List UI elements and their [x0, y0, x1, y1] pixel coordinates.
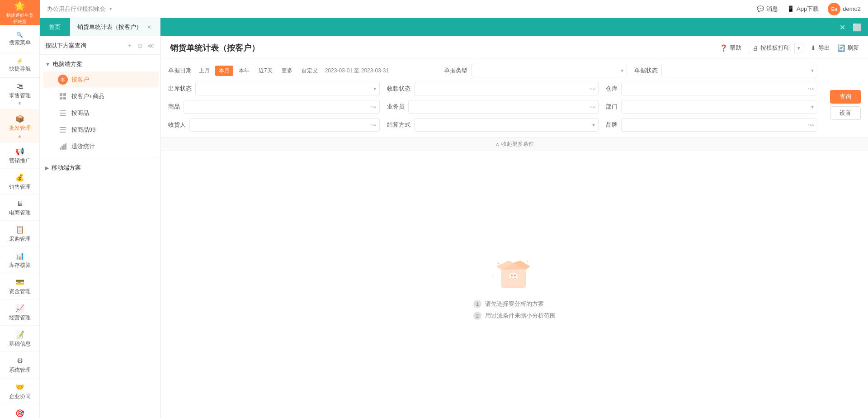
desktop-section-header[interactable]: ▼ 电脑端方案	[40, 57, 160, 71]
scheme-item-by-goods99[interactable]: 按商品99	[43, 122, 159, 138]
shipping-status-filter: 出库状态	[168, 82, 380, 95]
tab-close-all-btn[interactable]: ✕	[838, 21, 847, 33]
tab-restore-btn[interactable]: ⬜	[851, 21, 863, 33]
sidebar-item-wholesale[interactable]: 📦 批发管理 ▲	[0, 110, 39, 142]
settle-label: 结算方式	[387, 121, 410, 129]
filter-row-1: 单据日期 上月 本月 本年 近7天 更多 自定义 2023-03-01 至 20…	[168, 64, 861, 77]
sidebar-search-section: 🔍 搜索菜单	[0, 25, 39, 53]
app-logo[interactable]: 🌟 畅捷通好生意 标账版	[0, 0, 40, 25]
wholesale-icon: 📦	[15, 114, 24, 123]
collapse-bar[interactable]: ∧ 收起更多条件	[161, 138, 868, 151]
sidebar-item-inventory[interactable]: 📊 库存核算	[0, 247, 39, 273]
desktop-expand-arrow-icon: ▼	[45, 62, 50, 67]
scheme-item-by-customer-goods[interactable]: 按客户+商品	[43, 88, 159, 104]
date-btn-last-month[interactable]: 上月	[195, 66, 213, 76]
tab-home[interactable]: 首页	[40, 18, 70, 36]
date-btn-more[interactable]: 更多	[278, 66, 296, 76]
goods-input[interactable]	[184, 100, 380, 114]
help-btn[interactable]: ❓ 帮助	[720, 44, 741, 52]
print-dropdown-btn[interactable]: ▾	[794, 43, 803, 53]
scheme-item-by-customer[interactable]: 客 按客户	[43, 71, 159, 88]
date-btn-custom[interactable]: 自定义	[298, 66, 321, 76]
warehouse-label: 仓库	[606, 85, 618, 93]
print-btn[interactable]: 🖨 按模板打印	[749, 42, 793, 54]
svg-rect-8	[60, 129, 66, 130]
svg-rect-9	[60, 132, 66, 133]
date-btn-7days[interactable]: 近7天	[255, 66, 276, 76]
page-title: 销货单统计表（按客户）	[170, 43, 259, 53]
goods-label: 商品	[168, 103, 180, 111]
query-btn[interactable]: 查询	[830, 90, 861, 104]
sidebar-item-purchase[interactable]: 📋 采购管理	[0, 221, 39, 247]
svg-rect-6	[60, 115, 66, 116]
collapse-label: 收起更多条件	[501, 140, 534, 148]
payment-status-label: 收款状态	[387, 85, 410, 93]
search-icon: 🔍	[16, 32, 23, 38]
message-btn[interactable]: 💬 消息	[757, 5, 778, 13]
empty-tips: 1 请先选择要分析的方案 2 用过滤条件来缩小分析范围	[473, 300, 556, 320]
warehouse-input[interactable]	[621, 82, 817, 95]
svg-point-19	[511, 275, 513, 276]
sidebar-item-finance[interactable]: 💳 资金管理	[0, 273, 39, 299]
scheme-item-return-stats[interactable]: 退货统计	[43, 138, 159, 155]
sidebar-item-marketing[interactable]: 📢 营销推广	[0, 142, 39, 169]
wholesale-expand-icon: ▲	[18, 133, 22, 138]
right-panel: 销货单统计表（按客户） ❓ 帮助 🖨 按模板打印 ▾ ⬇	[161, 36, 868, 418]
sidebar-item-collaboration[interactable]: 🤝 企业协同	[0, 378, 39, 404]
shipping-status-select[interactable]	[195, 82, 380, 95]
mobile-section-header[interactable]: ▶ 移动端方案	[40, 161, 160, 175]
sidebar-item-system[interactable]: ⚙ 系统管理	[0, 352, 39, 378]
staff-input[interactable]	[408, 100, 599, 114]
help-icon: ❓	[720, 44, 727, 52]
tab-close-btn[interactable]: ✕	[146, 24, 153, 31]
add-scheme-btn[interactable]: ＋	[126, 41, 134, 51]
date-btn-this-month[interactable]: 本月	[215, 66, 233, 76]
edit-scheme-btn[interactable]: ⊙	[137, 41, 144, 50]
scheme-item-by-goods[interactable]: 按商品	[43, 105, 159, 121]
inventory-label: 库存核算	[9, 261, 31, 269]
by-customer-goods-label: 按客户+商品	[71, 92, 104, 100]
receiver-input[interactable]	[189, 118, 380, 132]
date-btn-this-year[interactable]: 本年	[235, 66, 253, 76]
by-customer-goods-icon	[58, 91, 68, 101]
help-label: 帮助	[730, 44, 741, 52]
page-header: 销货单统计表（按客户） ❓ 帮助 🖨 按模板打印 ▾ ⬇	[161, 36, 868, 58]
payment-status-select-wrapper: ···	[414, 82, 599, 95]
sidebar-item-retail[interactable]: 🛍 零售管理 ▼	[0, 78, 39, 110]
user-profile-btn[interactable]: Ea demo2	[828, 3, 861, 15]
by-goods99-label: 按商品99	[71, 126, 95, 134]
date-filter: 单据日期 上月 本月 本年 近7天 更多 自定义 2023-03-01 至 20…	[168, 66, 437, 76]
breadcrumb-dropdown-icon[interactable]: ▾	[109, 6, 112, 12]
settle-select[interactable]	[414, 118, 599, 132]
svg-rect-11	[61, 146, 63, 150]
tab-active[interactable]: 销货单统计表（按客户） ✕	[70, 18, 160, 36]
dept-select[interactable]	[621, 100, 817, 114]
setting-btn[interactable]: 设置	[830, 106, 861, 120]
payment-status-input[interactable]	[414, 82, 599, 95]
quick-nav-icon: ⚡	[16, 58, 23, 64]
sidebar-item-guide[interactable]: 🎯 新手引导	[0, 404, 39, 418]
search-menu-btn[interactable]: 🔍 搜索菜单	[0, 29, 39, 49]
sidebar-item-ecommerce[interactable]: 🖥 电商管理	[0, 195, 39, 221]
collapse-panel-btn[interactable]: ≪	[146, 41, 155, 50]
sidebar-item-operations[interactable]: 📈 经营管理	[0, 299, 39, 326]
svg-rect-7	[60, 127, 66, 128]
date-control: 上月 本月 本年 近7天 更多 自定义 2023-03-01 至 2023-03…	[195, 66, 437, 76]
by-goods99-icon	[58, 125, 68, 135]
sidebar-item-sales[interactable]: 💰 销售管理	[0, 169, 39, 195]
order-status-select[interactable]	[661, 64, 817, 77]
app-download-btn[interactable]: 📱 App下载	[787, 5, 819, 13]
inventory-icon: 📊	[15, 252, 24, 260]
sidebar-item-basic-info[interactable]: 📝 基础信息	[0, 326, 39, 352]
desktop-scheme-section: ▼ 电脑端方案 客 按客户 按客户+商品	[40, 55, 160, 158]
by-goods-label: 按商品	[71, 109, 89, 117]
svg-rect-0	[60, 93, 62, 96]
receiver-label: 收货人	[168, 121, 186, 129]
marketing-label: 营销推广	[9, 157, 31, 165]
date-buttons: 上月 本月 本年 近7天 更多 自定义 2023-03-01 至 2023-03…	[195, 66, 437, 76]
export-btn[interactable]: ⬇ 导出	[811, 44, 830, 52]
brand-input[interactable]	[621, 118, 817, 132]
quick-nav-btn[interactable]: ⚡ 快捷导航	[0, 55, 39, 76]
refresh-btn[interactable]: 🔄 刷新	[837, 44, 859, 52]
order-type-select[interactable]	[471, 64, 627, 77]
